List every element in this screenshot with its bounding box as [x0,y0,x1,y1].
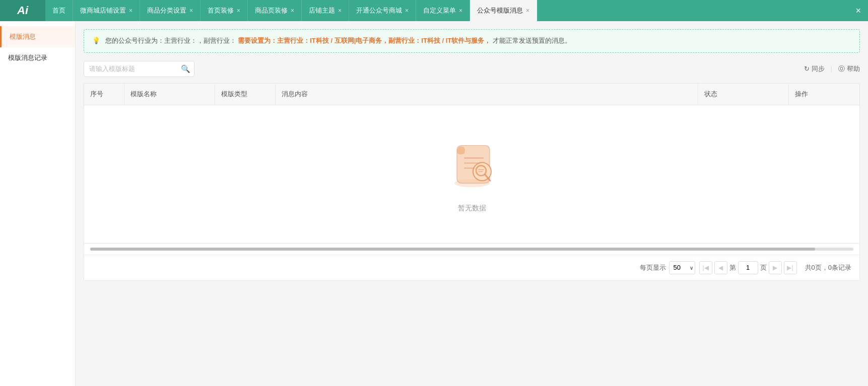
nav-tab-category-label: 商品分类设置 [147,6,186,15]
sidebar-item-template-msg-label: 模版消息 [10,33,36,40]
pagination: 每页显示 10 20 50 100 ∨ |◀ [84,255,859,280]
nav-tab-shop-theme[interactable]: 店铺主题 × [302,0,349,21]
nav-tab-category-close[interactable]: × [189,8,193,14]
notice-suffix: 才能正常发送预置的消息。 [493,37,571,44]
nav-tab-homepage-decor-close[interactable]: × [237,8,240,14]
help-label: 帮助 [847,64,860,73]
help-button[interactable]: ⓪ 帮助 [838,64,860,73]
sync-button[interactable]: ↻ 同步 [804,64,825,73]
search-right: ↻ 同步 | ⓪ 帮助 [804,64,860,73]
notice-banner: 💡 您的公众号行业为：主营行业：，副营行业： 需要设置为：主营行业：IT科技 /… [84,29,860,53]
first-page-button[interactable]: |◀ [699,261,712,274]
page-label: 第 [729,263,736,272]
close-all-tabs-button[interactable]: × [848,0,868,21]
help-icon: ⓪ [838,64,845,73]
next-page-button[interactable]: ▶ [769,261,782,274]
table-col-content: 消息内容 [276,84,698,105]
scroll-track [90,248,853,251]
table-col-name: 模版名称 [124,84,215,105]
table-col-type: 模版类型 [215,84,276,105]
page-size-dropdown[interactable]: 10 20 50 100 [669,261,695,274]
empty-text: 暂无数据 [458,204,486,213]
nav-tab-product-decor-label: 商品页装修 [255,6,288,15]
notice-icon: 💡 [92,37,100,44]
main-layout: 模版消息 模版消息记录 💡 您的公众号行业为：主营行业：，副营行业： 需要设置为… [0,21,868,386]
sync-label: 同步 [812,64,825,73]
sidebar-item-template-msg-records-label: 模版消息记录 [8,54,47,61]
nav-tab-open-store[interactable]: 开通公众号商城 × [349,0,416,21]
nav-tab-shop-theme-label: 店铺主题 [309,6,335,15]
page-summary: 共0页，0条记录 [805,263,851,272]
page-size-select-wrap: 10 20 50 100 ∨ [669,261,695,274]
search-input-wrap: 🔍 [84,61,194,77]
nav-tab-template-msg-label: 公众号模版消息 [477,6,523,15]
empty-state: 暂无数据 [84,105,859,243]
nav-tab-shop-settings-label: 微商城店铺设置 [80,6,126,15]
search-input[interactable] [84,61,194,77]
sidebar-item-template-msg[interactable]: 模版消息 [0,26,75,47]
nav-tab-shop-settings[interactable]: 微商城店铺设置 × [73,0,140,21]
page-navigation: |◀ ◀ 第 页 ▶ ▶| [699,261,797,274]
nav-tab-shop-settings-close[interactable]: × [129,8,132,14]
table-col-index: 序号 [84,84,124,105]
sync-icon: ↻ [804,65,810,72]
nav-tab-shop-theme-close[interactable]: × [338,8,342,14]
nav-tab-category[interactable]: 商品分类设置 × [140,0,201,21]
horizontal-scrollbar[interactable] [84,243,859,255]
search-icon[interactable]: 🔍 [181,64,190,73]
nav-tab-product-decor[interactable]: 商品页装修 × [248,0,302,21]
search-bar: 🔍 ↻ 同步 | ⓪ 帮助 [84,61,860,77]
notice-highlight: 需要设置为：主营行业：IT科技 / 互联网|电子商务，副营行业：IT科技 / I… [238,37,491,44]
nav-tab-homepage-decor-label: 首页装修 [208,6,234,15]
page-input[interactable] [738,261,758,274]
app-logo: Ai [0,0,45,21]
notice-prefix: 您的公众号行业为：主营行业：，副营行业： [105,37,236,44]
empty-illustration [442,135,502,196]
nav-tab-template-msg[interactable]: 公众号模版消息 × [470,0,537,21]
sidebar: 模版消息 模版消息记录 [0,21,76,386]
nav-tabs-container: 首页 微商城店铺设置 × 商品分类设置 × 首页装修 × 商品页装修 × 店铺主… [45,0,848,21]
table-header: 序号 模版名称 模版类型 消息内容 状态 操作 [84,84,859,105]
page-size-label: 每页显示 [640,263,666,272]
sidebar-item-template-msg-records[interactable]: 模版消息记录 [0,47,75,68]
data-table: 序号 模版名称 模版类型 消息内容 状态 操作 [84,83,860,281]
nav-tab-custom-menu[interactable]: 自定义菜单 × [416,0,470,21]
page-unit: 页 [760,263,767,272]
nav-tab-open-store-close[interactable]: × [405,8,409,14]
search-left: 🔍 [84,61,194,77]
divider: | [831,65,832,72]
nav-tab-custom-menu-close[interactable]: × [459,8,462,14]
last-page-button[interactable]: ▶| [784,261,797,274]
table-col-status: 状态 [698,84,789,105]
nav-tab-home-label: 首页 [52,6,65,15]
table-col-action: 操作 [789,84,859,105]
nav-tab-template-msg-close[interactable]: × [526,8,529,14]
page-size-select: 每页显示 10 20 50 100 ∨ [640,261,695,274]
prev-page-button[interactable]: ◀ [714,261,727,274]
nav-tab-homepage-decor[interactable]: 首页装修 × [201,0,248,21]
nav-tab-open-store-label: 开通公众号商城 [356,6,402,15]
nav-tab-custom-menu-label: 自定义菜单 [423,6,456,15]
nav-tab-product-decor-close[interactable]: × [291,8,294,14]
main-content: 💡 您的公众号行业为：主营行业：，副营行业： 需要设置为：主营行业：IT科技 /… [76,21,868,386]
nav-tab-home[interactable]: 首页 [45,0,73,21]
top-navigation: Ai 首页 微商城店铺设置 × 商品分类设置 × 首页装修 × 商品页装修 × … [0,0,868,21]
scroll-thumb[interactable] [90,248,815,251]
